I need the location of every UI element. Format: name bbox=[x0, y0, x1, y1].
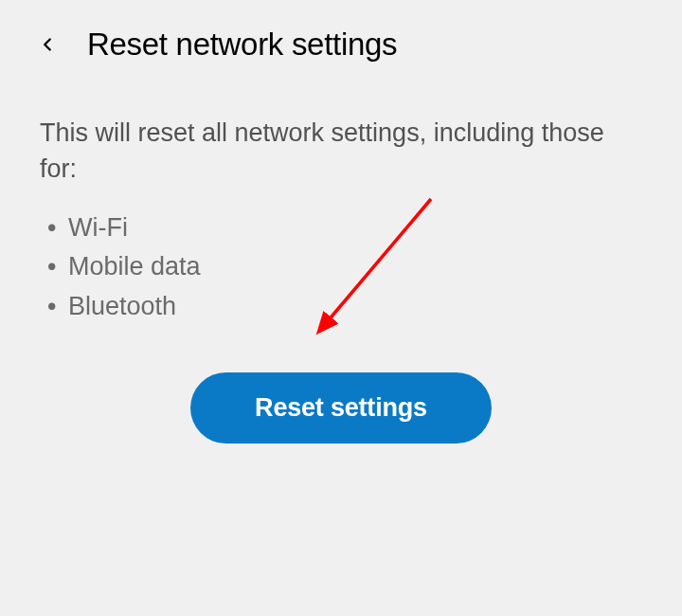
list-item: Wi-Fi bbox=[68, 208, 642, 248]
list-item: Bluetooth bbox=[68, 287, 642, 327]
reset-settings-button[interactable]: Reset settings bbox=[190, 372, 492, 444]
list-item: Mobile data bbox=[68, 247, 642, 287]
description-text: This will reset all network settings, in… bbox=[0, 80, 682, 197]
back-icon[interactable] bbox=[34, 31, 61, 58]
header: Reset network settings bbox=[0, 0, 682, 80]
bullet-list: Wi-Fi Mobile data Bluetooth bbox=[0, 197, 682, 328]
page-title: Reset network settings bbox=[87, 27, 397, 63]
button-container: Reset settings bbox=[0, 372, 682, 444]
